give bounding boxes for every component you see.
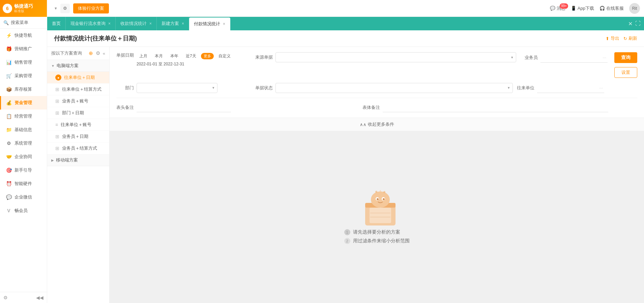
sidebar-item-label: 系统管理 (14, 140, 32, 146)
scheme-item-icon-grid5: ⊞ (55, 146, 59, 151)
scheme-item-unit-date[interactable]: ● 往来单位＋日期 (47, 72, 109, 84)
scheme-group-desktop-header[interactable]: ▼ 电脑端方案 (47, 60, 109, 72)
date-option-this-year[interactable]: 本年 (168, 52, 181, 60)
filter-staff-dots[interactable]: ··· (603, 55, 608, 60)
query-btn[interactable]: 查询 (614, 52, 637, 63)
filter-counterparty-input[interactable] (537, 83, 599, 93)
content: 按以下方案查询 ⊕ ⚙ « ▼ 电脑端方案 ● (47, 47, 644, 303)
sidebar-item-inventory[interactable]: 📦 库存核算 (0, 83, 47, 96)
scheme-group-mobile-header[interactable]: ▶ 移动端方案 (47, 154, 109, 166)
sidebar-item-sales[interactable]: 📊 销售管理 (0, 56, 47, 69)
sidebar-item-vip[interactable]: V 畅会员 (0, 204, 47, 217)
tab-receipts-close[interactable]: × (149, 21, 152, 26)
scheme-group-desktop: ▼ 电脑端方案 ● 往来单位＋日期 ⊞ 往来单位＋结算方式 ⊞ (47, 60, 109, 154)
tab-cash-flow[interactable]: 现金银行流水查询 × (66, 17, 116, 30)
page-body: 付款情况统计(往来单位＋日期) ⬆ 导出 ↻ 刷新 按 (47, 30, 644, 303)
empty-state: 1 请先选择要分析的方案 2 用过滤条件来缩小分析范围 (344, 190, 410, 244)
sidebar-item-guide[interactable]: 🎯 新手引导 (0, 163, 47, 177)
sidebar-item-operations[interactable]: 📋 经营管理 (0, 110, 47, 123)
system-icon: ⚙ (6, 140, 12, 146)
date-option-custom[interactable]: 自定义 (216, 52, 233, 60)
filter-source-select[interactable]: ▾ (275, 52, 516, 62)
empty-hint-2: 2 用过滤条件来缩小分析范围 (344, 238, 410, 244)
filter-bill-status-select[interactable]: ▾ (275, 83, 513, 93)
scheme-item-unit-account[interactable]: ≡ 往来单位＋账号 (47, 119, 109, 131)
date-option-this-month[interactable]: 本月 (152, 52, 166, 60)
sidebar-item-system[interactable]: ⚙ 系统管理 (0, 137, 47, 150)
svg-point-7 (383, 198, 385, 200)
sidebar-item-quick-nav[interactable]: ⚡ 快捷导航 (0, 29, 47, 42)
sidebar: 6 畅捷通巧 标准版 🔍 搜索菜单 ⚡ 快捷导航 🎁 营销推广 📊 销售管理 (0, 0, 47, 303)
topbar-settings-btn[interactable]: ⚙ (60, 4, 70, 13)
filter-dept-select[interactable]: ▾ (137, 83, 217, 93)
scheme-add-icon[interactable]: ⊕ (89, 50, 93, 56)
enterprise-icon: 🤝 (6, 154, 12, 160)
sidebar-item-capital[interactable]: 💰 资金管理 (0, 96, 47, 110)
scheme-item-label: 业务员＋结算方式 (62, 145, 97, 151)
filter-settings-btn[interactable]: 设置 (614, 67, 637, 78)
tab-home[interactable]: 首页 (47, 17, 66, 30)
tab-receipts[interactable]: 收款情况统计 × (116, 17, 157, 30)
scheme-item-dept-date[interactable]: ⊞ 部门＋日期 (47, 107, 109, 119)
tab-cash-flow-close[interactable]: × (108, 21, 111, 26)
tab-new-scheme-close[interactable]: × (182, 21, 184, 26)
date-option-7days[interactable]: 近7天 (183, 52, 199, 60)
filter-head-note-input[interactable] (137, 103, 231, 112)
tab-payments[interactable]: 付款情况统计 × (189, 18, 230, 30)
filter-body-note-field: 表体备注 (362, 103, 609, 112)
sidebar-item-hardware[interactable]: ⏰ 智能硬件 (0, 177, 47, 190)
sidebar-settings-icon[interactable]: ⚙ (3, 295, 8, 300)
close-all-tabs-btn[interactable]: ✕ (628, 21, 633, 27)
sidebar-item-wechat[interactable]: 💬 企业微信 (0, 190, 47, 204)
filter-head-note-field: 表头备注 (116, 103, 362, 112)
filter-counterparty-dots[interactable]: ··· (599, 85, 604, 90)
filter-staff-input[interactable] (540, 52, 603, 62)
messages-badge: 99+ (560, 3, 568, 9)
scheme-settings-icon[interactable]: ⚙ (96, 50, 100, 56)
export-btn[interactable]: ⬆ 导出 (606, 35, 619, 41)
date-option-more[interactable]: 更多 (201, 53, 214, 59)
tab-payments-close[interactable]: × (223, 22, 225, 26)
sidebar-item-label: 基础信息 (14, 127, 32, 133)
svg-point-10 (375, 191, 377, 193)
vip-icon: V (6, 208, 12, 214)
topbar-dropdown[interactable]: ▾ (55, 6, 57, 11)
sidebar-collapse-icon[interactable]: ◀◀ (36, 295, 43, 300)
scheme-item-icon-grid2: ⊞ (55, 98, 59, 104)
refresh-btn[interactable]: ↻ 刷新 (623, 35, 637, 41)
avatar[interactable]: Rit (629, 3, 640, 14)
messages-btn[interactable]: 💬 消息 99+ (550, 5, 565, 11)
scheme-item-staff-account[interactable]: ⊞ 业务员＋账号 (47, 95, 109, 107)
sidebar-item-enterprise[interactable]: 🤝 企业协同 (0, 150, 47, 163)
hint-text-1: 请先选择要分析的方案 (353, 229, 400, 235)
scheme-panel-collapse-btn[interactable]: « (103, 51, 105, 56)
empty-illustration (357, 190, 397, 224)
filter-staff-field: 业务员 ··· (520, 52, 608, 63)
app-download-btn[interactable]: 📱 App下载 (571, 5, 594, 11)
sidebar-item-basic-info[interactable]: 📁 基础信息 (0, 123, 47, 137)
collapse-label: 收起更多条件 (368, 121, 394, 127)
guide-icon: 🎯 (6, 167, 12, 173)
scheme-item-unit-settle[interactable]: ⊞ 往来单位＋结算方式 (47, 84, 109, 95)
date-range-text: 2022-01-01 至 2022-12-31 (137, 61, 233, 67)
scheme-item-staff-date[interactable]: ⊞ 业务员＋日期 (47, 131, 109, 143)
collapse-more-btn[interactable]: ∧∧ 收起更多条件 (110, 118, 644, 131)
app-label: App下载 (578, 5, 594, 11)
sidebar-item-marketing[interactable]: 🎁 营销推广 (0, 42, 47, 56)
scheme-desktop-arrow: ▼ (51, 64, 55, 68)
sidebar-item-purchase[interactable]: 🛒 采购管理 (0, 69, 47, 83)
date-option-last-month[interactable]: 上月 (137, 52, 150, 60)
trial-btn[interactable]: 体验行业方案 (73, 3, 109, 13)
search-menu[interactable]: 🔍 搜索菜单 (0, 17, 47, 29)
filter-body-note-input[interactable] (383, 103, 609, 112)
filter-date-options-block: 上月 本月 本年 近7天 更多 自定义 2022-01-01 至 2022-12… (137, 52, 233, 67)
scheme-item-staff-settle[interactable]: ⊞ 业务员＋结算方式 (47, 143, 109, 154)
scheme-panel-title: 按以下方案查询 (51, 50, 82, 56)
service-btn[interactable]: 🎧 在线客服 (599, 5, 624, 11)
filter-counterparty-field: 往来单位 ··· (517, 83, 604, 93)
tab-new-scheme[interactable]: 新建方案 × (157, 17, 189, 30)
message-icon: 💬 (550, 6, 555, 11)
filter-form: 单据日期 上月 本月 本年 近7天 更多 自定义 (110, 47, 644, 118)
expand-tabs-btn[interactable]: ⛶ (635, 21, 641, 27)
scheme-item-label: 业务员＋日期 (62, 133, 88, 140)
